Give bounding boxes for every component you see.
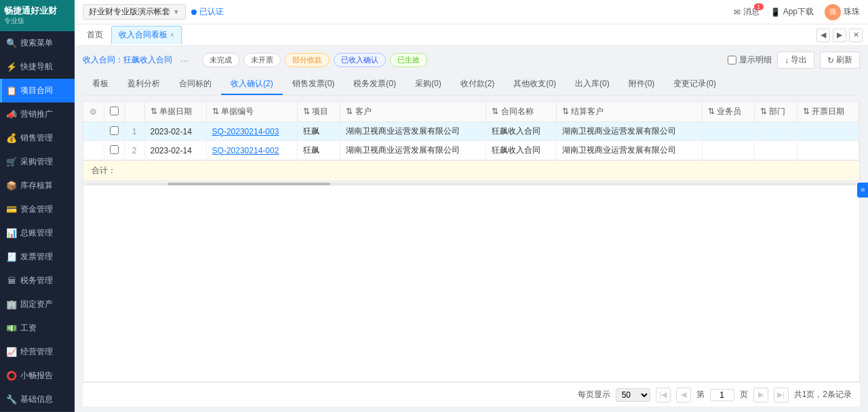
- table-row[interactable]: 1 2023-02-14 SQ-20230214-003 狂飙 湖南卫视商业运营…: [83, 122, 859, 141]
- col-settlement[interactable]: ⇅ 结算客户: [556, 102, 702, 122]
- nav-icon-10: 🏛: [6, 275, 17, 286]
- refresh-label: 刷新: [836, 54, 852, 66]
- pagination-last-button[interactable]: ▶|: [774, 388, 789, 402]
- tab-home[interactable]: 首页: [80, 26, 110, 43]
- nav-label-6: 库存核算: [20, 180, 53, 191]
- right-panel-toggle[interactable]: ≡: [857, 183, 868, 198]
- col-dept[interactable]: ⇅ 部门: [754, 102, 797, 122]
- sidebar: 畅捷通好业财 专业版 🔍搜索菜单⚡快捷导航📋项目合同📣营销推广💰销售管理🛒采购管…: [0, 0, 75, 412]
- row-check-input-1[interactable]: [110, 145, 119, 154]
- sidebar-item-2[interactable]: 📋项目合同: [0, 79, 75, 102]
- scrollbar-thumb[interactable]: [167, 183, 330, 185]
- row-docno-link-0[interactable]: SQ-20230214-003: [212, 127, 279, 136]
- row-checkbox-1[interactable]: [104, 141, 124, 160]
- sidebar-item-3[interactable]: 📣营销推广: [0, 102, 75, 126]
- tab-income-contract[interactable]: 收入合同看板 ×: [111, 26, 182, 44]
- row-docno-link-1[interactable]: SQ-20230214-002: [212, 146, 279, 155]
- tab-nav-buttons: ◀ ▶ ✕: [816, 29, 863, 42]
- row-invoice-date-0: [797, 122, 859, 141]
- sidebar-item-13[interactable]: 📈经营管理: [0, 340, 75, 364]
- row-check-input-0[interactable]: [110, 126, 119, 135]
- mobile-icon: 📱: [770, 7, 781, 17]
- export-label: 导出: [791, 54, 807, 66]
- sub-tab-10[interactable]: 附件(0): [619, 74, 665, 95]
- sidebar-item-7[interactable]: 💳资金管理: [0, 198, 75, 221]
- pagination-first-button[interactable]: |◀: [656, 388, 671, 402]
- sidebar-item-14[interactable]: ⭕小畅报告: [0, 364, 75, 388]
- checkbox-column[interactable]: [104, 102, 124, 122]
- show-detail-input[interactable]: [728, 56, 736, 64]
- col-contract[interactable]: ⇅ 合同名称: [486, 102, 556, 122]
- sidebar-item-10[interactable]: 🏛税务管理: [0, 269, 75, 293]
- nav-label-13: 经营管理: [20, 346, 53, 358]
- sidebar-item-5[interactable]: 🛒采购管理: [0, 150, 75, 174]
- more-button[interactable]: ···: [178, 55, 191, 66]
- sub-tab-2[interactable]: 合同标的: [170, 74, 221, 95]
- tab-close-all-button[interactable]: ✕: [849, 29, 863, 42]
- settings-column[interactable]: ⚙: [83, 102, 104, 122]
- row-docno-1[interactable]: SQ-20230214-002: [206, 141, 298, 160]
- nav-icon-6: 📦: [6, 180, 17, 191]
- sub-tab-11[interactable]: 变更记录(0): [664, 74, 726, 95]
- topbar: 好业财专业版演示帐套 ▼ 已认证 ✉ 1 消息 📱 App下载 珠 珠珠: [75, 0, 868, 24]
- sub-tab-0[interactable]: 看板: [83, 74, 118, 95]
- status-button-1[interactable]: 未开票: [243, 53, 281, 67]
- row-project-1: 狂飙: [298, 141, 340, 160]
- row-docno-0[interactable]: SQ-20230214-003: [206, 122, 298, 141]
- sidebar-item-0[interactable]: 🔍搜索菜单: [0, 31, 75, 55]
- pagination-page-input[interactable]: [710, 389, 734, 401]
- sub-tab-5[interactable]: 税务发票(0): [344, 74, 406, 95]
- status-button-2[interactable]: 部分收款: [285, 53, 330, 67]
- status-button-0[interactable]: 未完成: [202, 53, 239, 67]
- sidebar-item-15[interactable]: 🔧基础信息: [0, 388, 75, 411]
- user-name: 珠珠: [844, 6, 860, 18]
- scrollbar-track: [86, 183, 856, 185]
- sub-tab-7[interactable]: 收付款(2): [451, 74, 505, 95]
- tab-prev-button[interactable]: ◀: [816, 29, 830, 42]
- sidebar-item-9[interactable]: 🧾发票管理: [0, 245, 75, 269]
- sidebar-item-12[interactable]: 💵工资: [0, 316, 75, 340]
- col-customer[interactable]: ⇅ 客户: [340, 102, 486, 122]
- col-salesman[interactable]: ⇅ 业务员: [702, 102, 754, 122]
- pagination-prev-button[interactable]: ◀: [676, 388, 691, 402]
- export-icon: ↓: [785, 56, 789, 65]
- sidebar-item-11[interactable]: 🏢固定资产: [0, 293, 75, 316]
- col-project[interactable]: ⇅ 项目: [298, 102, 340, 122]
- sub-tab-6[interactable]: 采购(0): [406, 74, 451, 95]
- per-page-select[interactable]: 50 100 200: [616, 388, 650, 402]
- table-row[interactable]: 2 2023-02-14 SQ-20230214-002 狂飙 湖南卫视商业运营…: [83, 141, 859, 160]
- sub-tab-1[interactable]: 盈利分析: [118, 74, 170, 95]
- refresh-button[interactable]: ↻ 刷新: [820, 52, 860, 69]
- company-selector[interactable]: 好业财专业版演示帐套 ▼: [83, 4, 186, 20]
- sidebar-item-6[interactable]: 📦库存核算: [0, 174, 75, 198]
- show-detail-checkbox[interactable]: 显示明细: [728, 54, 772, 66]
- export-button[interactable]: ↓ 导出: [777, 52, 814, 69]
- sidebar-item-4[interactable]: 💰销售管理: [0, 126, 75, 150]
- col-invoice-date[interactable]: ⇅ 开票日期: [797, 102, 859, 122]
- col-date[interactable]: ⇅ 单据日期: [144, 102, 206, 122]
- tab-close-icon[interactable]: ×: [170, 31, 174, 39]
- nav-icon-2: 📋: [6, 85, 17, 96]
- sidebar-item-8[interactable]: 📊总账管理: [0, 221, 75, 245]
- horizontal-scrollbar[interactable]: [83, 181, 859, 186]
- col-docno[interactable]: ⇅ 单据编号: [206, 102, 298, 122]
- message-button[interactable]: ✉ 1 消息: [734, 6, 760, 18]
- sidebar-item-1[interactable]: ⚡快捷导航: [0, 55, 75, 79]
- status-button-3[interactable]: 已收入确认: [334, 53, 386, 67]
- sub-tab-3[interactable]: 收入确认(2): [221, 74, 283, 95]
- sidebar-header: 畅捷通好业财 专业版: [0, 0, 75, 31]
- user-menu[interactable]: 珠 珠珠: [825, 4, 860, 20]
- sub-tab-9[interactable]: 出入库(0): [566, 74, 619, 95]
- status-button-4[interactable]: 已生效: [390, 53, 427, 67]
- sub-tab-4[interactable]: 销售发票(0): [283, 74, 344, 95]
- sub-tab-8[interactable]: 其他收支(0): [504, 74, 566, 95]
- nav-icon-12: 💵: [6, 322, 17, 333]
- select-all-checkbox[interactable]: [110, 107, 119, 115]
- logo-sub: 专业版: [4, 16, 57, 26]
- row-checkbox-0[interactable]: [104, 122, 124, 141]
- app-download-button[interactable]: 📱 App下载: [770, 6, 814, 18]
- pagination-page-suffix: 页: [740, 389, 748, 400]
- tab-next-button[interactable]: ▶: [833, 29, 846, 42]
- data-table: ⚙ ⇅ 单据日期 ⇅ 单据编号 ⇅ 项目 ⇅ 客户 ⇅ 合同名称 ⇅ 结算客户 …: [83, 102, 859, 160]
- pagination-next-button[interactable]: ▶: [753, 388, 768, 402]
